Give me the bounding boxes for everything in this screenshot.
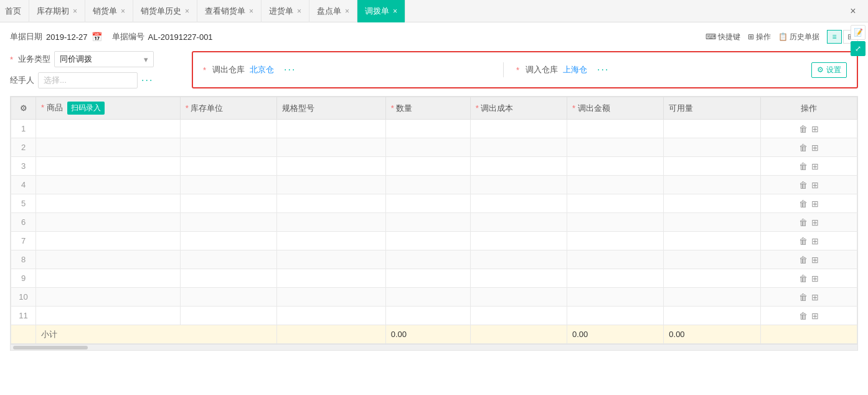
tab-close-transfer[interactable]: × bbox=[393, 7, 397, 16]
copy-icon[interactable]: ⊞ bbox=[811, 236, 819, 246]
col-unit-header: * 库存单位 bbox=[180, 97, 276, 120]
warehouse-section: * 调出仓库 北京仓 ··· * 调入仓库 上海仓 ··· ⚙ 设置 bbox=[192, 51, 858, 88]
right-notes-button[interactable]: 📝 bbox=[851, 25, 866, 40]
out-warehouse-more-button[interactable]: ··· bbox=[284, 64, 296, 75]
tab-home[interactable]: 首页 bbox=[5, 0, 29, 22]
copy-icon[interactable]: ⊞ bbox=[811, 217, 819, 227]
operation-icon: ⊞ bbox=[748, 32, 754, 41]
col-settings-header: ⚙ bbox=[11, 97, 36, 120]
table-row: 1🗑⊞ bbox=[11, 120, 857, 138]
main-content: 单据日期 2019-12-27 📅 单据编号 AL-20191227-001 ⌨… bbox=[0, 22, 868, 358]
copy-icon[interactable]: ⊞ bbox=[811, 143, 819, 153]
table-row: 4🗑⊞ bbox=[11, 176, 857, 194]
tab-purchase-order[interactable]: 进货单 × bbox=[262, 0, 309, 22]
table-row: 11🗑⊞ bbox=[11, 307, 857, 325]
tab-bar: 首页 库存期初 × 销货单 × 销货单历史 × 查看销货单 × 进货单 × 盘点… bbox=[0, 0, 868, 22]
right-sidebar: 📝 ⤢ bbox=[848, 22, 868, 59]
tab-inventory-check[interactable]: 盘点单 × bbox=[309, 0, 357, 22]
in-warehouse-more-button[interactable]: ··· bbox=[597, 64, 609, 75]
table-header-row: ⚙ * 商品 扫码录入 * 库存单位 规格型号 * bbox=[11, 97, 857, 120]
date-value: 2019-12-27 bbox=[46, 32, 88, 42]
tab-sales-history[interactable]: 销货单历史 × bbox=[133, 0, 197, 22]
delete-icon[interactable]: 🗑 bbox=[799, 180, 808, 190]
handler-input[interactable]: 选择... bbox=[38, 72, 138, 88]
col-spec-header: 规格型号 bbox=[276, 97, 385, 120]
tab-close-purchase-order[interactable]: × bbox=[297, 7, 301, 16]
copy-icon[interactable]: ⊞ bbox=[811, 311, 819, 321]
table-row: 10🗑⊞ bbox=[11, 288, 857, 307]
tab-inventory-init[interactable]: 库存期初 × bbox=[29, 0, 85, 22]
tab-close-sales-history[interactable]: × bbox=[185, 7, 189, 16]
header-row: 单据日期 2019-12-27 📅 单据编号 AL-20191227-001 ⌨… bbox=[10, 30, 858, 44]
delete-icon[interactable]: 🗑 bbox=[799, 236, 808, 246]
date-field: 单据日期 2019-12-27 📅 bbox=[10, 31, 102, 42]
delete-icon[interactable]: 🗑 bbox=[799, 143, 808, 153]
tab-sales-order[interactable]: 销货单 × bbox=[85, 0, 133, 22]
settings-button[interactable]: ⚙ 设置 bbox=[811, 62, 847, 78]
table-row: 3🗑⊞ bbox=[11, 157, 857, 176]
chevron-down-icon: ▾ bbox=[144, 55, 148, 64]
out-warehouse-label: 调出仓库 bbox=[212, 64, 245, 75]
tab-close-inventory-check[interactable]: × bbox=[345, 7, 349, 16]
toolbar-right: ⌨ 快捷键 ⊞ 操作 📋 历史单据 ≡ ⊞ bbox=[705, 30, 858, 44]
horizontal-scrollbar[interactable] bbox=[11, 344, 857, 350]
col-available-header: 可用量 bbox=[664, 97, 760, 120]
subtotal-amount: 0.00 bbox=[669, 330, 684, 339]
history-button[interactable]: 📋 历史单据 bbox=[778, 32, 819, 42]
scrollbar-thumb bbox=[13, 346, 88, 350]
settings-gear-icon: ⚙ bbox=[817, 65, 824, 74]
doc-no-field: 单据编号 AL-20191227-001 bbox=[112, 31, 213, 42]
col-action-header: 操作 bbox=[760, 97, 857, 120]
subtotal-label: 小计 bbox=[41, 330, 57, 339]
delete-icon[interactable]: 🗑 bbox=[799, 124, 808, 134]
form-section: * 业务类型 同价调拨 ▾ 经手人 选择... ··· * 调出仓库 北京仓 bbox=[10, 51, 858, 88]
col-amount-header: * 调出金额 bbox=[567, 97, 663, 120]
delete-icon[interactable]: 🗑 bbox=[799, 161, 808, 171]
tab-view-sales[interactable]: 查看销货单 × bbox=[197, 0, 262, 22]
delete-icon[interactable]: 🗑 bbox=[799, 292, 808, 302]
table-row: 2🗑⊞ bbox=[11, 138, 857, 157]
copy-icon[interactable]: ⊞ bbox=[811, 292, 819, 302]
handler-more-button[interactable]: ··· bbox=[141, 75, 153, 86]
shortcut-icon: ⌨ bbox=[705, 32, 716, 41]
scan-input-button[interactable]: 扫码录入 bbox=[67, 102, 105, 115]
col-product-header: * 商品 扫码录入 bbox=[36, 97, 181, 120]
delete-icon[interactable]: 🗑 bbox=[799, 255, 808, 265]
delete-icon[interactable]: 🗑 bbox=[799, 217, 808, 227]
in-warehouse-value: 上海仓 bbox=[563, 64, 587, 75]
table-row: 6🗑⊞ bbox=[11, 213, 857, 232]
warehouse-divider bbox=[503, 62, 504, 77]
out-warehouse-field: * 调出仓库 北京仓 ··· bbox=[203, 64, 491, 75]
copy-icon[interactable]: ⊞ bbox=[811, 199, 819, 209]
biz-type-select[interactable]: 同价调拨 ▾ bbox=[54, 51, 154, 67]
delete-icon[interactable]: 🗑 bbox=[799, 199, 808, 209]
subtotal-cost: 0.00 bbox=[572, 330, 588, 339]
gear-icon[interactable]: ⚙ bbox=[20, 103, 27, 113]
biz-type-label: 业务类型 bbox=[18, 54, 50, 65]
doc-no-label: 单据编号 bbox=[112, 31, 144, 42]
product-table: ⚙ * 商品 扫码录入 * 库存单位 规格型号 * bbox=[10, 96, 858, 351]
operation-button[interactable]: ⊞ 操作 bbox=[748, 32, 771, 42]
tab-close-inventory-init[interactable]: × bbox=[73, 7, 77, 16]
copy-icon[interactable]: ⊞ bbox=[811, 274, 819, 283]
copy-icon[interactable]: ⊞ bbox=[811, 180, 819, 190]
delete-icon[interactable]: 🗑 bbox=[799, 311, 808, 321]
window-close-button[interactable]: × bbox=[843, 1, 863, 21]
copy-icon[interactable]: ⊞ bbox=[811, 255, 819, 265]
table-row: 7🗑⊞ bbox=[11, 232, 857, 250]
shortcut-button[interactable]: ⌨ 快捷键 bbox=[705, 32, 740, 42]
history-icon: 📋 bbox=[778, 32, 788, 41]
tab-close-sales-order[interactable]: × bbox=[121, 7, 125, 16]
copy-icon[interactable]: ⊞ bbox=[811, 161, 819, 171]
view-list-button[interactable]: ≡ bbox=[827, 30, 842, 44]
in-warehouse-label: 调入仓库 bbox=[526, 64, 558, 75]
tab-transfer[interactable]: 调拨单 × bbox=[357, 0, 405, 22]
copy-icon[interactable]: ⊞ bbox=[811, 124, 819, 134]
handler-field: 经手人 选择... ··· bbox=[10, 72, 184, 88]
handler-label: 经手人 bbox=[10, 75, 34, 86]
tab-close-view-sales[interactable]: × bbox=[249, 7, 253, 16]
calendar-icon[interactable]: 📅 bbox=[92, 32, 102, 42]
delete-icon[interactable]: 🗑 bbox=[799, 274, 808, 283]
form-left: * 业务类型 同价调拨 ▾ 经手人 选择... ··· bbox=[10, 51, 184, 88]
right-expand-button[interactable]: ⤢ bbox=[851, 41, 866, 56]
